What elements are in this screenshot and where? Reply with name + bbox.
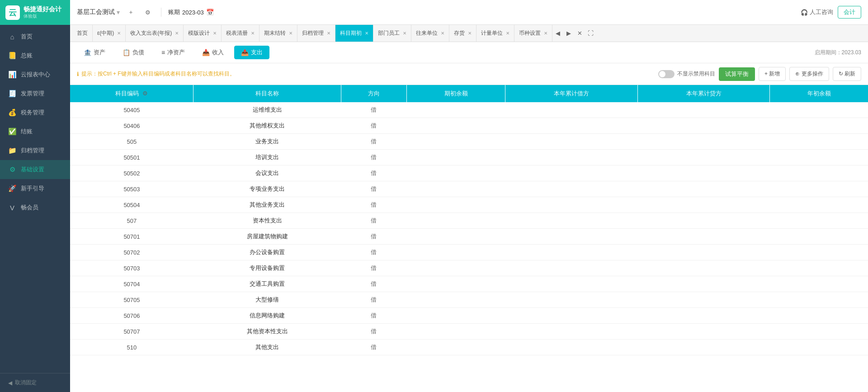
project-name[interactable]: 基层工会测试 ▾ xyxy=(77,8,120,16)
cell-debit-6[interactable] xyxy=(505,197,637,213)
tab-balance_mid[interactable]: ε(中期)✕ xyxy=(93,25,126,42)
tab-close-all[interactable]: ✕ xyxy=(574,28,585,39)
tab-close-inventory[interactable]: ✕ xyxy=(468,31,472,36)
sub-tab-income[interactable]: 📥收入 xyxy=(195,46,231,59)
cell-credit-8[interactable] xyxy=(637,229,769,245)
cell-debit-11[interactable] xyxy=(505,276,637,292)
cell-debit-13[interactable] xyxy=(505,308,637,324)
cell-credit-10[interactable] xyxy=(637,260,769,276)
cell-credit-7[interactable] xyxy=(637,213,769,229)
cell-ytd-5[interactable] xyxy=(770,181,868,197)
cell-ytd-15[interactable] xyxy=(770,340,868,355)
cell-credit-9[interactable] xyxy=(637,245,769,260)
cell-debit-5[interactable] xyxy=(505,181,637,197)
tab-unit[interactable]: 计量单位✕ xyxy=(476,25,514,42)
tab-income_year[interactable]: 收入支出表(年报)✕ xyxy=(126,25,184,42)
sub-tab-expense[interactable]: 📤支出 xyxy=(234,46,269,59)
cell-ytd-12[interactable] xyxy=(770,292,868,308)
cell-ytd-4[interactable] xyxy=(770,165,868,181)
cell-ytd-11[interactable] xyxy=(770,276,868,292)
sidebar-item-reports[interactable]: 📊云报表中心 xyxy=(0,65,70,84)
sub-tab-liability[interactable]: 📋负债 xyxy=(116,46,151,59)
refresh-btn[interactable]: ↻ 刷新 xyxy=(833,67,861,81)
cell-credit-15[interactable] xyxy=(637,340,769,355)
cell-debit-2[interactable] xyxy=(505,134,637,150)
cell-credit-3[interactable] xyxy=(637,150,769,165)
sidebar-item-guide[interactable]: 🚀新手引导 xyxy=(0,179,70,198)
help-btn[interactable]: 🎧 人工咨询 xyxy=(801,8,833,16)
cell-opening-2[interactable] xyxy=(406,134,505,150)
sidebar-item-close[interactable]: ✅结账 xyxy=(0,122,70,141)
tab-close-tax_clear[interactable]: ✕ xyxy=(251,31,255,36)
cell-opening-11[interactable] xyxy=(406,276,505,292)
add-tab-btn[interactable]: ＋ xyxy=(124,6,137,19)
tab-close-subject_init[interactable]: ✕ xyxy=(365,31,368,36)
cell-ytd-10[interactable] xyxy=(770,260,868,276)
cell-opening-9[interactable] xyxy=(406,245,505,260)
cell-credit-2[interactable] xyxy=(637,134,769,150)
tab-close-template[interactable]: ✕ xyxy=(213,31,217,36)
cell-opening-13[interactable] xyxy=(406,308,505,324)
cell-debit-9[interactable] xyxy=(505,245,637,260)
cell-credit-4[interactable] xyxy=(637,165,769,181)
more-btn[interactable]: ⊕ 更多操作 xyxy=(789,67,829,81)
cell-debit-4[interactable] xyxy=(505,165,637,181)
cell-opening-4[interactable] xyxy=(406,165,505,181)
cell-opening-0[interactable] xyxy=(406,102,505,118)
cell-debit-1[interactable] xyxy=(505,118,637,134)
cell-ytd-14[interactable] xyxy=(770,324,868,340)
cell-debit-14[interactable] xyxy=(505,324,637,340)
sidebar-item-archive[interactable]: 📁归档管理 xyxy=(0,141,70,160)
tab-close-income_year[interactable]: ✕ xyxy=(175,31,179,36)
tab-archive_mgr[interactable]: 归档管理✕ xyxy=(297,25,335,42)
cell-ytd-9[interactable] xyxy=(770,245,868,260)
tab-partner[interactable]: 往来单位✕ xyxy=(411,25,449,42)
tab-period_close[interactable]: 期末结转✕ xyxy=(259,25,297,42)
cell-credit-11[interactable] xyxy=(637,276,769,292)
tab-subject_init[interactable]: 科目期初✕ xyxy=(335,25,373,42)
cell-opening-5[interactable] xyxy=(406,181,505,197)
cell-debit-8[interactable] xyxy=(505,229,637,245)
tab-tax_clear[interactable]: 税表清册✕ xyxy=(222,25,259,42)
cell-opening-7[interactable] xyxy=(406,213,505,229)
cell-credit-1[interactable] xyxy=(637,118,769,134)
cell-debit-12[interactable] xyxy=(505,292,637,308)
cell-ytd-1[interactable] xyxy=(770,118,868,134)
cell-debit-10[interactable] xyxy=(505,260,637,276)
tab-home[interactable]: 首页 xyxy=(72,25,93,42)
tab-close-period_close[interactable]: ✕ xyxy=(289,31,292,36)
sub-tab-net_asset[interactable]: ≡净资产 xyxy=(155,46,192,59)
cell-opening-14[interactable] xyxy=(406,324,505,340)
settings-icon-btn[interactable]: ⚙ xyxy=(142,6,154,19)
cell-ytd-13[interactable] xyxy=(770,308,868,324)
tab-close-partner[interactable]: ✕ xyxy=(441,31,444,36)
sub-tab-asset[interactable]: 🏦资产 xyxy=(77,46,112,59)
add-btn[interactable]: + 新增 xyxy=(759,67,786,81)
cell-debit-7[interactable] xyxy=(505,213,637,229)
cell-debit-0[interactable] xyxy=(505,102,637,118)
tab-close-currency[interactable]: ✕ xyxy=(544,31,547,36)
cell-credit-5[interactable] xyxy=(637,181,769,197)
cell-credit-0[interactable] xyxy=(637,102,769,118)
col-code-settings[interactable]: ⚙ xyxy=(142,90,148,97)
cell-opening-3[interactable] xyxy=(406,150,505,165)
cell-ytd-0[interactable] xyxy=(770,102,868,118)
cell-opening-15[interactable] xyxy=(406,340,505,355)
tab-currency[interactable]: 币种设置✕ xyxy=(514,25,552,42)
cell-opening-12[interactable] xyxy=(406,292,505,308)
tab-expand[interactable]: ⛶ xyxy=(585,28,596,39)
cell-credit-12[interactable] xyxy=(637,292,769,308)
cell-ytd-3[interactable] xyxy=(770,150,868,165)
cell-opening-8[interactable] xyxy=(406,229,505,245)
sidebar-item-invoice[interactable]: 🧾发票管理 xyxy=(0,84,70,103)
tab-inventory[interactable]: 存货✕ xyxy=(449,25,476,42)
sidebar-item-tax[interactable]: 💰税务管理 xyxy=(0,103,70,122)
cell-ytd-7[interactable] xyxy=(770,213,868,229)
cell-credit-13[interactable] xyxy=(637,308,769,324)
cell-opening-6[interactable] xyxy=(406,197,505,213)
sidebar-item-settings[interactable]: ⚙基础设置 xyxy=(0,160,70,179)
cell-opening-10[interactable] xyxy=(406,260,505,276)
tab-nav-right[interactable]: ▶ xyxy=(563,28,574,39)
disable-toggle[interactable] xyxy=(658,70,675,78)
tab-close-archive_mgr[interactable]: ✕ xyxy=(327,31,330,36)
